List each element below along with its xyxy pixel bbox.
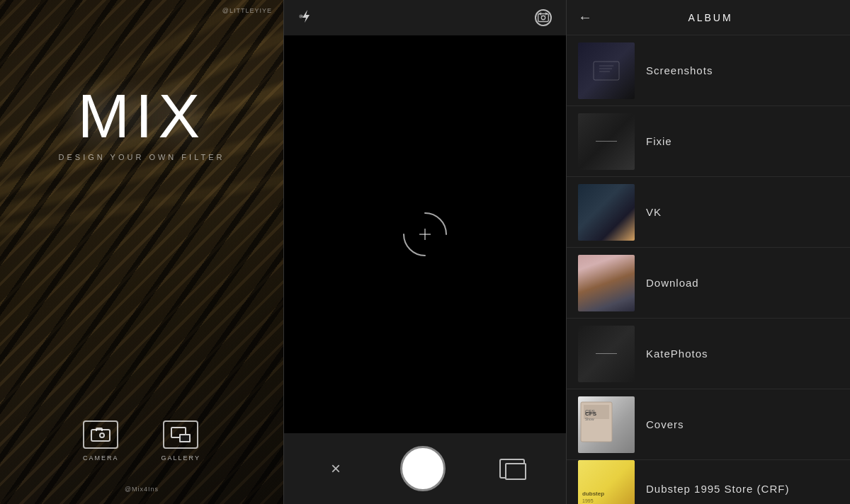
crosshair: [419, 229, 431, 240]
gallery-icon-container: [163, 420, 198, 449]
camera-lens: [99, 433, 105, 438]
album-thumb-covers: CFS Show: [578, 396, 635, 453]
album-thumb-fixie: [578, 113, 635, 170]
album-thumb-screenshots: [578, 42, 635, 99]
focus-spinner: [397, 206, 453, 263]
svg-text:1995: 1995: [582, 498, 594, 503]
back-button[interactable]: ←: [578, 9, 592, 25]
svg-marker-0: [302, 10, 310, 23]
svg-rect-13: [578, 460, 635, 504]
close-button[interactable]: ×: [325, 458, 346, 479]
left-panel: @LITTLEYIYE MIX DESIGN YOUR OWN FILTER C…: [0, 0, 283, 504]
svg-point-4: [541, 16, 545, 19]
album-thumb-last: dubstep 1995: [578, 460, 635, 504]
camera-icon: [91, 428, 110, 442]
album-name-download: Download: [646, 277, 699, 289]
album-list: Screenshots Fixie VK Download: [567, 35, 850, 504]
album-header: ← ALBUM: [567, 0, 850, 35]
camera-button[interactable]: CAMERA: [83, 420, 119, 462]
camera-body: [91, 429, 110, 442]
album-item-katephotos[interactable]: KatePhotos: [567, 319, 850, 389]
gallery-label: GALLERY: [162, 454, 200, 462]
svg-rect-5: [594, 62, 619, 80]
album-thumb-download: [578, 255, 635, 311]
app-logo: MIX: [59, 85, 225, 147]
album-name-screenshots: Screenshots: [646, 64, 713, 76]
album-name-last: Dubstep 1995 Store (CRF): [646, 483, 789, 495]
gallery-icon: [171, 427, 191, 442]
gallery-inner: [179, 434, 191, 442]
album-item-last[interactable]: dubstep 1995 Dubstep 1995 Store (CRF): [567, 460, 850, 504]
right-panel: ← ALBUM Screenshots: [567, 0, 850, 504]
camera-label: CAMERA: [83, 454, 119, 462]
mid-panel: ×: [283, 0, 567, 504]
album-item-covers[interactable]: CFS Show Covers: [567, 389, 850, 460]
bottom-buttons: CAMERA GALLERY: [0, 420, 283, 462]
camera-bottom-bar: ×: [284, 433, 566, 504]
logo-area: MIX DESIGN YOUR OWN FILTER: [59, 85, 225, 161]
left-content: @LITTLEYIYE MIX DESIGN YOUR OWN FILTER C…: [0, 0, 283, 504]
app-subtitle: DESIGN YOUR OWN FILTER: [59, 153, 225, 161]
svg-text:Show: Show: [585, 417, 594, 421]
top-credit: @LITTLEYIYE: [222, 7, 272, 14]
album-name-fixie: Fixie: [646, 135, 672, 147]
svg-rect-3: [538, 14, 549, 22]
shutter-button[interactable]: [400, 446, 446, 491]
album-thumb-katephotos: [578, 326, 635, 382]
album-name-katephotos: KatePhotos: [646, 348, 708, 360]
camera-icon-container: [83, 420, 118, 449]
album-name-vk: VK: [646, 206, 662, 218]
svg-text:CFS: CFS: [585, 409, 595, 414]
album-thumb-vk: [578, 184, 635, 241]
album-item-download[interactable]: Download: [567, 248, 850, 319]
bottom-credit: @Mix4Ins: [125, 486, 159, 493]
svg-text:dubstep: dubstep: [582, 491, 604, 497]
album-item-screenshots[interactable]: Screenshots: [567, 35, 850, 106]
album-name-covers: Covers: [646, 418, 684, 430]
flash-icon[interactable]: [298, 8, 314, 28]
album-title: ALBUM: [604, 12, 817, 23]
gallery-picker-button[interactable]: [499, 459, 525, 479]
gallery-button[interactable]: GALLERY: [162, 420, 200, 462]
camera-viewfinder: [284, 35, 566, 433]
album-item-fixie[interactable]: Fixie: [567, 106, 850, 177]
camera-top-bar: [284, 0, 566, 35]
album-item-vk[interactable]: VK: [567, 177, 850, 248]
flip-camera-icon[interactable]: [535, 9, 552, 26]
